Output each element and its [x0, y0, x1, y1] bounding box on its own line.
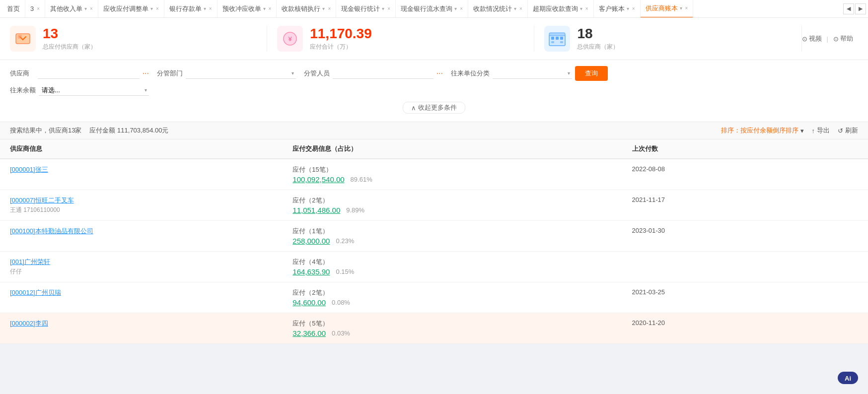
- td-transaction-1: 应付（15笔） 100,092,540.00 89.61%: [292, 165, 632, 184]
- balance-select-wrapper: 请选... ▾: [39, 85, 149, 96]
- top-right-links: ⊙ 视频 | ⊙ 帮助: [802, 34, 858, 43]
- trans-amount-3[interactable]: 258,000.00: [292, 237, 330, 245]
- supplier-sub-2: 王通 17106110000: [10, 206, 292, 214]
- other-income-close[interactable]: ×: [90, 6, 93, 11]
- svg-rect-7: [560, 37, 563, 40]
- cash-stat-close[interactable]: ×: [387, 6, 390, 11]
- nav-tab-overdue-query[interactable]: 超期应收款查询 ▾ ×: [528, 0, 594, 18]
- prepay-arrow: ▾: [263, 6, 266, 11]
- receipt-close[interactable]: ×: [328, 6, 331, 11]
- bank-deposit-close[interactable]: ×: [209, 6, 212, 11]
- flow-close[interactable]: ×: [460, 6, 463, 11]
- trans-amount-1[interactable]: 100,092,540.00: [292, 175, 344, 184]
- overdue-arrow: ▾: [580, 6, 582, 11]
- collapse-button[interactable]: ∧ 收起更多条件: [403, 102, 465, 114]
- trans-amount-5[interactable]: 94,600.00: [292, 298, 326, 307]
- nav-next-btn[interactable]: ▶: [855, 3, 866, 14]
- person-filter-input[interactable]: [333, 68, 434, 79]
- result-text1: 搜索结果中，供应商13家: [10, 126, 81, 135]
- balance-filter-label: 往来余额: [10, 86, 36, 95]
- query-button[interactable]: 查询: [575, 66, 608, 81]
- person-filter-dots[interactable]: ···: [436, 69, 443, 78]
- balance-select[interactable]: 请选...: [39, 85, 149, 95]
- total-suppliers-text: 18 总供应商（家）: [577, 26, 619, 51]
- nav-tab-receipt-verify[interactable]: 收款核销执行 ▾ ×: [277, 0, 336, 18]
- payable-total-text: 11,170.39 应付合计（万）: [310, 26, 372, 51]
- supplier-link-2[interactable]: [000007]恒旺二手叉车: [10, 196, 292, 205]
- dept-filter-item: 分管部门 ▾: [157, 68, 296, 79]
- trans-amount-2[interactable]: 11,051,486.00: [292, 206, 340, 214]
- td-supplier-6: [000002]李四: [10, 319, 292, 328]
- other-income-label: 其他收入单: [50, 4, 82, 13]
- payable-adjust-arrow: ▾: [150, 6, 153, 11]
- nav-tab-prepay-collection[interactable]: 预收冲应收单 ▾ ×: [217, 0, 277, 18]
- table-row: [001]广州荣轩 仔仔 应付（4笔） 164,635.90 0.15%: [0, 252, 868, 282]
- customer-account-label: 客户账本: [599, 4, 625, 13]
- customer-close[interactable]: ×: [632, 6, 635, 11]
- trans-pct-3: 0.23%: [336, 237, 354, 245]
- dept-select[interactable]: [186, 68, 296, 78]
- supplier-close[interactable]: ×: [685, 5, 688, 11]
- nav-tab-home[interactable]: 首页: [2, 0, 25, 18]
- supplier-link-4[interactable]: [001]广州荣轩: [10, 258, 292, 266]
- export-label: 导出: [817, 126, 830, 135]
- table-header: 供应商信息 应付交易信息（占比） 上次付数: [0, 139, 868, 159]
- supplier-sub-4: 仔仔: [10, 267, 292, 276]
- prepay-collection-label: 预收冲应收单: [222, 4, 261, 13]
- filter-row-2: 往来余额 请选... ▾: [10, 85, 858, 96]
- bank-deposit-arrow: ▾: [204, 6, 206, 11]
- supplier-filter-label: 供应商: [10, 69, 35, 78]
- nav-tab-payable-adjust[interactable]: 应收应付调整单 ▾ ×: [98, 0, 164, 18]
- prepay-close[interactable]: ×: [269, 6, 272, 11]
- overdue-close[interactable]: ×: [585, 6, 588, 11]
- total-suppliers-num: 18: [577, 26, 619, 42]
- supplier-filter-dots[interactable]: ···: [143, 69, 149, 78]
- nav-tab-customer-account[interactable]: 客户账本 ▾ ×: [594, 0, 641, 18]
- last-pay-date-5: 2021-03-25: [632, 288, 665, 296]
- nav-tab-other-income[interactable]: 其他收入单 ▾ ×: [45, 0, 98, 18]
- refresh-btn[interactable]: ↺ 刷新: [838, 126, 858, 135]
- nav-tab-3[interactable]: 3 ×: [25, 0, 45, 18]
- nav-prev-btn[interactable]: ◀: [843, 3, 854, 14]
- supplier-link-5[interactable]: [000012]广州贝瑞: [10, 288, 292, 297]
- th-lastpay: 上次付数: [632, 144, 858, 153]
- td-supplier-4: [001]广州荣轩 仔仔: [10, 258, 292, 276]
- payable-suppliers-icon: [10, 26, 36, 52]
- nav-tab-cash-bank-flow[interactable]: 现金银行流水查询 ▾ ×: [396, 0, 468, 18]
- nav-tab-supplier-account[interactable]: 供应商账本 ▾ ×: [641, 0, 694, 18]
- table-row: [000001]张三 应付（15笔） 100,092,540.00 89.61%…: [0, 159, 868, 190]
- svg-rect-4: [549, 35, 565, 46]
- supplier-link-6[interactable]: [000002]李四: [10, 319, 292, 328]
- nav-tab-cash-bank-stat[interactable]: 现金银行统计 ▾ ×: [336, 0, 396, 18]
- main-table: 供应商信息 应付交易信息（占比） 上次付数 [000001]张三 应付（15笔）…: [0, 139, 868, 344]
- sort-label[interactable]: 排序：按应付余额倒序排序 ▾: [721, 126, 804, 135]
- payable-adjust-close[interactable]: ×: [156, 6, 159, 11]
- supplier-filter-input[interactable]: [38, 68, 140, 79]
- nav-tab-bank-deposit[interactable]: 银行存款单 ▾ ×: [164, 0, 217, 18]
- trans-amount-6[interactable]: 32,366.00: [292, 329, 326, 337]
- svg-rect-1: [18, 35, 22, 39]
- supplier-link-3[interactable]: [000100]本特勤油品有限公司: [10, 227, 292, 236]
- th-transaction: 应付交易信息（占比）: [292, 144, 632, 153]
- payable-total-icon: ¥: [277, 26, 303, 52]
- svg-text:¥: ¥: [288, 35, 292, 43]
- help-link[interactable]: ⊙ 帮助: [833, 34, 853, 43]
- category-filter-item: 往来单位分类 ▾ 查询: [451, 66, 608, 81]
- trans-label-6: 应付（5笔）: [292, 319, 632, 328]
- result-bar: 搜索结果中，供应商13家 应付金额 111,703,854.00元 排序：按应付…: [0, 122, 868, 139]
- tab-3-close[interactable]: ×: [37, 6, 40, 11]
- supplier-link-1[interactable]: [000001]张三: [10, 165, 292, 174]
- summary-payable-total: ¥ 11,170.39 应付合计（万）: [267, 26, 534, 52]
- video-link[interactable]: ⊙ 视频: [802, 34, 822, 43]
- trans-amount-4[interactable]: 164,635.90: [292, 267, 330, 276]
- result-text2: 应付金额 111,703,854.00元: [89, 126, 168, 135]
- collection-close[interactable]: ×: [519, 6, 522, 11]
- export-icon: ↑: [812, 127, 815, 134]
- cash-stat-arrow: ▾: [382, 6, 384, 11]
- svg-rect-0: [16, 34, 30, 44]
- nav-tab-collection-stat[interactable]: 收款情况统计 ▾ ×: [468, 0, 528, 18]
- category-select[interactable]: [493, 68, 572, 78]
- trans-pct-1: 89.61%: [351, 176, 372, 183]
- export-btn[interactable]: ↑ 导出: [812, 126, 830, 135]
- td-lastpay-2: 2021-11-17: [632, 196, 858, 203]
